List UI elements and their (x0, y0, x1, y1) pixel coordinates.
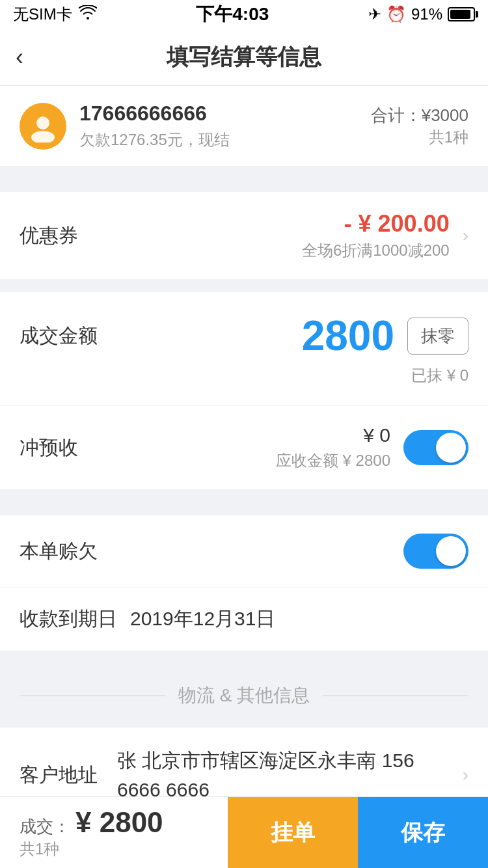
amount-right: 2800 抹零 (302, 312, 468, 360)
avatar (20, 103, 66, 150)
svg-point-0 (36, 116, 49, 129)
bottom-summary-label: 成交： (20, 815, 70, 838)
content: 17666666666 欠款1276.35元，现结 合计：¥3000 共1种 优… (0, 86, 488, 868)
location-icon: ✈ (368, 5, 381, 23)
battery-percent: 91% (411, 5, 442, 23)
hang-button[interactable]: 挂单 (228, 797, 358, 868)
amount-row: 成交金额 2800 抹零 (20, 312, 468, 360)
coupon-right: - ¥ 200.00 全场6折满1000减200 › (302, 210, 468, 261)
logistics-label: 物流 & 其他信息 (178, 683, 310, 708)
total-amount-value: ¥3000 (422, 105, 468, 125)
coupon-right-inner: - ¥ 200.00 全场6折满1000减200 (302, 210, 450, 261)
round-button[interactable]: 抹零 (407, 318, 468, 355)
date-label: 收款到期日 (20, 606, 117, 632)
carrier-text: 无SIM卡 (13, 4, 72, 25)
wifi-icon (79, 5, 97, 23)
date-value: 2019年12月31日 (130, 606, 275, 632)
amount-sub: 已抹 ¥ 0 (20, 365, 468, 386)
customer-section: 17666666666 欠款1276.35元，现结 合计：¥3000 共1种 (0, 86, 488, 166)
address-label: 客户地址 (20, 762, 98, 789)
date-section: 收款到期日 2019年12月31日 (0, 587, 488, 651)
chong-row: 冲预收 ¥ 0 应收金额 ¥ 2800 (20, 406, 468, 489)
transaction-section: 成交金额 2800 抹零 已抹 ¥ 0 (0, 292, 488, 405)
battery-icon (448, 7, 475, 21)
alarm-icon: ⏰ (386, 5, 406, 23)
customer-info: 17666666666 欠款1276.35元，现结 (79, 102, 230, 150)
bottom-summary: 成交： ¥ 2800 共1种 (0, 806, 228, 860)
status-left: 无SIM卡 (13, 4, 97, 25)
save-button[interactable]: 保存 (358, 797, 488, 868)
chong-amount: ¥ 0 (363, 424, 390, 446)
chong-receivable: 应收金额 ¥ 2800 (276, 450, 390, 471)
coupon-desc: 全场6折满1000减200 (302, 240, 450, 261)
address-chevron-icon: › (463, 765, 468, 785)
battery-fill (450, 10, 470, 19)
nav-bar: ‹ 填写结算等信息 (0, 29, 488, 86)
bending-toggle[interactable] (403, 534, 468, 569)
bending-toggle-knob (436, 536, 466, 566)
bottom-amount: ¥ 2800 (75, 806, 163, 839)
chong-section: 冲预收 ¥ 0 应收金额 ¥ 2800 (0, 405, 488, 489)
divider-line-right (323, 696, 468, 696)
logistics-divider: 物流 & 其他信息 (0, 664, 488, 727)
status-bar: 无SIM卡 下午4:03 ✈ ⏰ 91% (0, 0, 488, 29)
coupon-section: 优惠券 - ¥ 200.00 全场6折满1000减200 › (0, 192, 488, 279)
coupon-label: 优惠券 (20, 223, 78, 249)
customer-left: 17666666666 欠款1276.35元，现结 (20, 102, 230, 150)
bending-label: 本单赊欠 (20, 538, 98, 565)
section-divider-2 (0, 279, 488, 292)
transaction-label: 成交金额 (20, 323, 98, 349)
total-count: 共1种 (371, 127, 468, 148)
status-right: ✈ ⏰ 91% (368, 5, 475, 23)
bottom-bar: 成交： ¥ 2800 共1种 挂单 保存 (0, 796, 488, 868)
chong-label: 冲预收 (20, 435, 78, 461)
divider-line-left (20, 696, 165, 696)
page-title: 填写结算等信息 (167, 42, 321, 72)
customer-debt: 欠款1276.35元，现结 (79, 129, 230, 150)
bending-section: 本单赊欠 (0, 515, 488, 587)
back-button[interactable]: ‹ (16, 44, 23, 71)
customer-right: 合计：¥3000 共1种 (371, 104, 468, 148)
total-label: 合计：¥3000 (371, 104, 468, 127)
toggle-knob (436, 433, 466, 463)
chong-right: ¥ 0 应收金额 ¥ 2800 (276, 424, 390, 471)
address-value: 张 北京市市辖区海淀区永丰南 156 6666 6666 (117, 746, 463, 804)
coupon-row[interactable]: 优惠券 - ¥ 200.00 全场6折满1000减200 › (0, 192, 488, 279)
coupon-amount: - ¥ 200.00 (344, 210, 450, 237)
bottom-count: 共1种 (20, 839, 208, 860)
status-time: 下午4:03 (196, 2, 269, 27)
section-divider-3 (0, 489, 488, 502)
section-divider-1 (0, 179, 488, 192)
svg-point-1 (31, 131, 55, 142)
transaction-value: 2800 (302, 312, 394, 360)
chevron-right-icon: › (463, 225, 468, 246)
customer-phone: 17666666666 (79, 102, 230, 126)
chong-toggle[interactable] (403, 430, 468, 465)
date-row: 收款到期日 2019年12月31日 (20, 606, 468, 632)
